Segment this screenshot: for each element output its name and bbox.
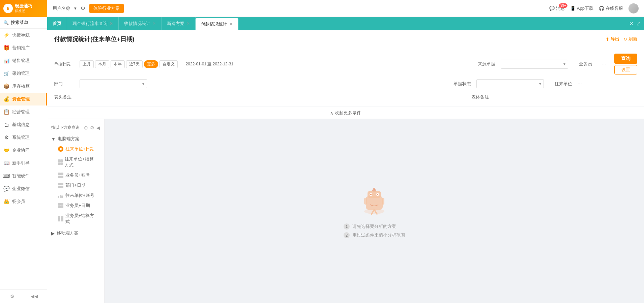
user-avatar[interactable] [628,3,639,13]
pc-section-header[interactable]: ▼ 电脑端方案 [51,134,100,144]
custom-btn[interactable]: 自定义 [159,60,178,68]
sidebar-item-purchase[interactable]: 🛒 采购管理 [0,67,47,80]
main-area: 用户名称 ▾ ⚙ 体验行业方案 💬 消息 99+ 📱 App下载 🎧 在线客服 … [47,0,644,303]
messages-btn[interactable]: 💬 消息 99+ [549,5,565,11]
last-7days-btn[interactable]: 近7天 [126,60,143,68]
tab-close-receipts-stats[interactable]: ✕ [152,21,156,26]
tab-receipts-stats[interactable]: 收款情况统计✕ [119,17,162,30]
export-btn[interactable]: ⬆ 导出 [606,36,619,42]
sidebar-search[interactable]: 🔍 搜索菜单 [0,17,47,29]
sidebar-item-operations[interactable]: 📋 经营管理 [0,105,47,118]
sidebar-icon-sales: 📊 [3,58,9,64]
tab-close-bank-flow[interactable]: ✕ [110,21,113,26]
page-header: 付款情况统计(往来单位+日期) ⬆ 导出 ↻ 刷新 [47,30,644,48]
empty-tip-2: 2 用过滤条件来缩小分析范围 [344,232,405,238]
sidebar-icon-newbie: 📖 [3,160,9,166]
sidebar-label-capital: 资金管理 [12,96,30,102]
tab-label-receipts-stats: 收款情况统计 [124,21,150,27]
date-quick-btns: 上月 本月 本年 近7天 更多 自定义 [80,60,178,68]
sidebar-item-member[interactable]: 👑 畅会员 [0,195,47,208]
sidebar-item-capital[interactable]: 💰 资金管理 [0,93,47,105]
tab-home[interactable]: 首页 [47,17,67,30]
refresh-btn[interactable]: ↻ 刷新 [623,36,637,42]
source-select[interactable] [501,60,568,69]
trial-button[interactable]: 体验行业方案 [89,4,124,13]
svg-rect-1 [366,196,383,210]
sidebar-item-system[interactable]: ⚙ 系统管理 [0,131,47,144]
this-year-btn[interactable]: 本年 [111,60,125,68]
header-remark-label: 表头备注 [54,94,74,100]
tab-bank-flow[interactable]: 现金银行流水查询✕ [67,17,119,30]
scheme-item-partner-date[interactable]: 往来单位+日期 [51,144,100,154]
sidebar-item-sales[interactable]: 📊 销售管理 [0,54,47,67]
this-month-btn[interactable]: 本月 [95,60,109,68]
scheme-item-partner-settlement[interactable]: 往来单位+结算方式 [51,154,100,170]
sidebar-item-quick-nav[interactable]: ⚡ 快捷导航 [0,29,47,41]
scheme-item-partner-account[interactable]: 往来单位+账号 [51,190,100,201]
expand-btn[interactable]: ⤢ [636,21,641,27]
add-scheme-btn[interactable]: ⊕ [84,125,88,130]
salesperson-dots[interactable]: ··· [602,61,606,67]
scheme-table-icon-2 [58,173,63,178]
sidebar-icon-basic-info: 🗂 [3,122,9,128]
scheme-item-dept-date[interactable]: 部门+日期 [51,180,100,190]
sidebar-icon-operations: 📋 [3,109,9,115]
tabbar: 首页现金银行流水查询✕收款情况统计✕新建方案✕付款情况统计✕ ✕ ⤢ [47,17,644,30]
sidebar-item-basic-info[interactable]: 🗂 基础信息 [0,118,47,131]
content-area: 付款情况统计(往来单位+日期) ⬆ 导出 ↻ 刷新 单据日期 上月 本月 [47,30,644,303]
sidebar-collapse-btn[interactable]: ◀◀ [25,292,45,300]
svg-point-8 [373,188,375,190]
collapse-btn[interactable]: ∧ 收起更多条件 [330,110,361,116]
sidebar-item-wechat[interactable]: 💬 企业微信 [0,182,47,195]
app-download-btn[interactable]: 📱 App下载 [570,5,593,11]
sidebar-item-hardware[interactable]: ⌨ 智能硬件 [0,170,47,182]
topbar-settings-icon[interactable]: ⚙ [81,5,85,11]
scheme-partner-settlement-label: 往来单位+结算方式 [65,156,97,168]
tab-close-payment-stats[interactable]: ✕ [229,22,233,27]
close-all-tabs-btn[interactable]: ✕ [629,21,634,27]
sidebar-label-wechat: 企业微信 [12,186,30,192]
collapse-row: ∧ 收起更多条件 [47,107,644,119]
topbar-dropdown-arrow[interactable]: ▾ [74,6,77,11]
scheme-settings-btn[interactable]: ⚙ [90,125,94,130]
scheme-item-salesperson-account[interactable]: 业务员+账号 [51,170,100,180]
svg-rect-9 [364,198,367,205]
header-remark-input[interactable] [80,93,167,101]
sidebar-item-newbie[interactable]: 📖 新手引导 [0,157,47,170]
sidebar-icon-marketing: 🎁 [3,45,9,51]
sidebar-item-marketing[interactable]: 🎁 营销推广 [0,41,47,54]
online-service-btn[interactable]: 🎧 在线客服 [599,5,623,11]
mobile-section-collapse-icon: ▶ [51,231,55,236]
sidebar-bottom: ⚙ ◀◀ [0,289,47,303]
filter-settings-btn[interactable]: 设置 [614,65,637,74]
tab-close-new-scheme[interactable]: ✕ [186,21,190,26]
sidebar-settings-btn[interactable]: ⚙ [3,292,22,300]
refresh-icon: ↻ [623,37,627,42]
scheme-item-salesperson-date[interactable]: 业务员+日期 [51,201,100,211]
sidebar-label-hardware: 智能硬件 [12,173,30,179]
voucher-status-select[interactable] [476,79,544,88]
filter-panel: 单据日期 上月 本月 本年 近7天 更多 自定义 2022-01-01 至 20… [47,48,644,107]
sidebar-item-enterprise[interactable]: 🤝 企业协同 [0,144,47,157]
sidebar-item-inventory[interactable]: 📦 库存核算 [0,80,47,93]
tab-new-scheme[interactable]: 新建方案✕ [162,17,196,30]
mobile-section-header[interactable]: ▶ 移动端方案 [47,228,104,238]
scheme-item-salesperson-settlement[interactable]: 业务员+结算方式 [51,211,100,227]
date-label: 单据日期 [54,61,74,67]
svg-rect-10 [382,198,384,205]
sidebar-icon-quick-nav: ⚡ [3,32,9,38]
sidebar-label-newbie: 新手引导 [12,160,30,166]
dept-label: 部门 [54,81,74,87]
body-remark-input[interactable] [494,93,582,101]
sidebar-label-basic-info: 基础信息 [12,122,30,128]
dept-select[interactable] [80,79,147,88]
last-month-btn[interactable]: 上月 [80,60,94,68]
partner-dots[interactable]: ··· [578,81,582,87]
query-btn[interactable]: 查询 [614,54,637,64]
collapse-panel-btn[interactable]: ◀ [96,125,100,130]
more-btn[interactable]: 更多 [144,60,158,68]
sidebar-label-sales: 销售管理 [12,58,30,64]
collapse-icon: ∧ [330,111,333,116]
topbar-user: 用户名称 [53,5,70,11]
tab-payment-stats[interactable]: 付款情况统计✕ [196,18,238,30]
